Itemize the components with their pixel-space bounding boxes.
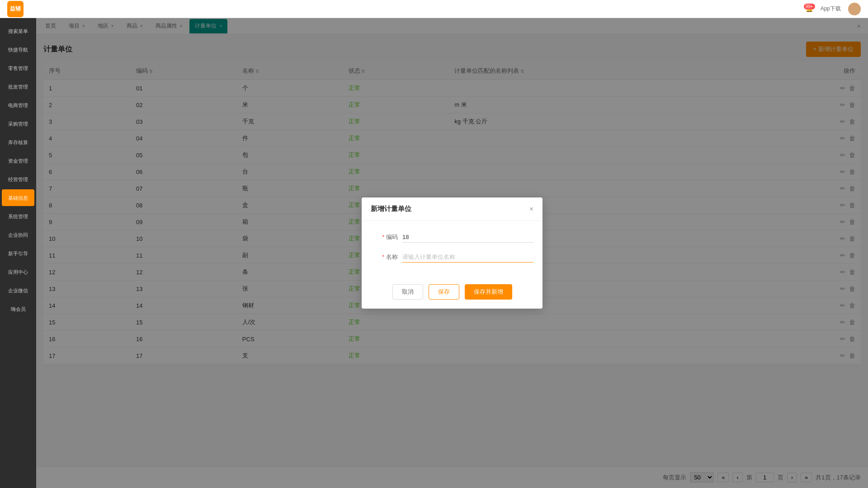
sidebar-item-newbie[interactable]: 新手引导 [2, 245, 34, 262]
code-input[interactable] [402, 232, 533, 243]
notification-button[interactable]: 🔔 99+ [806, 5, 813, 12]
sidebar-item-finance[interactable]: 资金管理 [2, 152, 34, 169]
sidebar-item-quick-nav[interactable]: 快捷导航 [2, 41, 34, 58]
sidebar: 搜索菜单 快捷导航 零售管理 批发管理 电商管理 采购管理 库存核算 资金管理 … [0, 18, 36, 488]
sidebar-item-search[interactable]: 搜索菜单 [2, 23, 34, 39]
sidebar-item-system[interactable]: 系统管理 [2, 208, 34, 225]
code-form-row: 编码 [371, 232, 533, 243]
top-bar: 益辅 🔔 99+ App下载 [0, 0, 868, 18]
save-button[interactable]: 保存 [429, 284, 459, 300]
modal-header: 新增计量单位 × [362, 197, 542, 221]
sidebar-item-partner[interactable]: 企业协同 [2, 226, 34, 243]
modal-close-button[interactable]: × [529, 205, 533, 213]
sidebar-item-enterprise[interactable]: 企业微信 [2, 282, 34, 299]
app-download-link[interactable]: App下载 [821, 5, 841, 13]
sidebar-item-wholesale[interactable]: 批发管理 [2, 78, 34, 95]
logo-area: 益辅 [7, 1, 43, 17]
name-form-row: 名称 [371, 252, 533, 263]
modal-overlay: 新增计量单位 × 编码 名称 取消 保存 保存并新增 [36, 18, 868, 488]
logo-icon: 益辅 [7, 1, 24, 17]
add-measurement-unit-modal: 新增计量单位 × 编码 名称 取消 保存 保存并新增 [362, 197, 542, 309]
top-bar-right: 🔔 99+ App下载 [806, 3, 861, 15]
save-and-new-button[interactable]: 保存并新增 [465, 284, 512, 300]
sidebar-item-operations[interactable]: 经营管理 [2, 171, 34, 188]
notification-badge: 99+ [804, 4, 815, 9]
sidebar-item-inventory[interactable]: 库存核算 [2, 134, 34, 150]
main-layout: 搜索菜单 快捷导航 零售管理 批发管理 电商管理 采购管理 库存核算 资金管理 … [0, 18, 868, 488]
cancel-button[interactable]: 取消 [392, 284, 423, 300]
top-bar-left: 益辅 [7, 1, 43, 17]
sidebar-item-purchase[interactable]: 采购管理 [2, 115, 34, 132]
sidebar-item-ecommerce[interactable]: 电商管理 [2, 97, 34, 113]
sidebar-item-app-center[interactable]: 应用中心 [2, 263, 34, 280]
sidebar-item-membership[interactable]: 嗨会员 [2, 300, 34, 317]
sidebar-item-retail[interactable]: 零售管理 [2, 60, 34, 76]
sidebar-item-basic-info[interactable]: 基础信息 [2, 189, 34, 206]
modal-footer: 取消 保存 保存并新增 [362, 279, 542, 309]
name-input[interactable] [402, 252, 533, 263]
modal-title: 新增计量单位 [371, 205, 411, 213]
user-avatar[interactable] [848, 3, 861, 15]
modal-body: 编码 名称 [362, 221, 542, 279]
code-label: 编码 [371, 233, 398, 241]
name-label: 名称 [371, 253, 398, 261]
main-content: 首页 项目 × 地区 × 商品 × 商品属性 × 计量单位 × × [36, 18, 868, 488]
